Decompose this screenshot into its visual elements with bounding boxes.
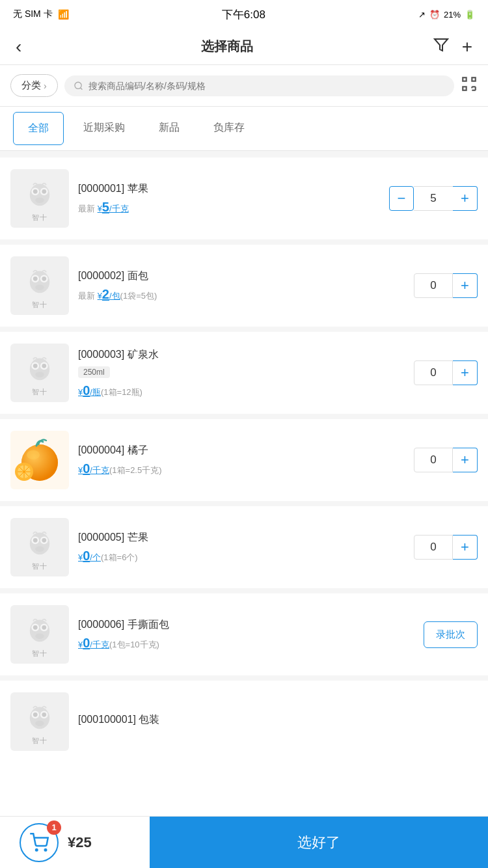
search-box[interactable] [64,75,454,96]
price-extra: (1包=10千克) [109,640,159,649]
nav-bar: ‹ 选择商品 + [0,29,488,65]
cart-button[interactable]: 1 [20,823,59,862]
price-amount: 0 [83,549,90,563]
svg-point-47 [42,625,46,629]
svg-point-40 [33,537,38,542]
svg-point-42 [35,546,44,551]
price-amount: 5 [102,200,109,214]
svg-point-15 [35,197,44,202]
quantity-input[interactable] [414,360,453,385]
svg-point-19 [33,276,38,280]
quantity-input[interactable] [414,186,453,211]
product-name: [0000004] 橘子 [78,444,405,457]
confirm-button[interactable]: 选好了 [150,817,488,869]
svg-point-1 [75,82,81,88]
search-icon [74,81,83,91]
price-unit: /个 [90,552,101,562]
price-amount: 0 [83,383,90,398]
product-item: 智十 [0000001] 苹果 最新 ¥5/千克 − + [0,157,488,245]
owl-placeholder-icon [22,524,57,559]
quantity-control: − + [389,186,478,211]
tab-all[interactable]: 全部 [13,112,64,145]
product-name: [0000002] 面包 [78,269,405,283]
quantity-input[interactable] [414,273,453,298]
tab-new[interactable]: 新品 [144,112,194,145]
search-input[interactable] [88,81,445,91]
brand-label: 智十 [32,213,47,223]
svg-point-21 [35,284,44,290]
filter-bar: 分类 › [0,65,488,107]
decrease-button[interactable]: − [389,186,414,211]
increase-button[interactable]: + [453,360,478,385]
product-name: [0000003] 矿泉水 [78,348,405,362]
alarm-icon: ⏰ [429,10,440,20]
filter-button[interactable] [433,37,449,57]
category-arrow-icon: › [44,81,47,91]
increase-button[interactable]: + [453,186,478,211]
battery-label: 21% [444,10,461,20]
svg-point-41 [42,537,46,542]
location-icon: ↗ [418,10,426,20]
price-extra: (1袋=5包) [120,291,157,301]
brand-label: 智十 [32,736,47,746]
scan-button[interactable] [461,75,478,96]
price-amount: 2 [102,287,109,301]
svg-point-56 [45,849,47,851]
tab-negative[interactable]: 负库存 [199,112,259,145]
tab-recent[interactable]: 近期采购 [69,112,139,145]
back-button[interactable]: ‹ [16,36,21,57]
bottom-bar: 1 ¥25 选好了 [0,816,488,868]
product-info: [0000002] 面包 最新 ¥2/包(1袋=5包) [78,269,405,302]
price-extra: (1箱=12瓶) [101,387,142,397]
product-info: [0000006] 手撕面包 ¥0/千克(1包=10千克) [78,618,414,651]
svg-marker-0 [435,39,448,51]
spec-tag: 250ml [78,366,110,378]
quantity-input[interactable] [414,448,453,472]
category-label: 分类 [21,79,41,92]
price-unit: /千克 [90,465,109,475]
price-extra: (1箱=6个) [101,552,138,562]
product-thumbnail: 智十 [10,605,69,664]
brand-label: 智十 [32,649,47,658]
price-yuan: ¥ [98,291,102,301]
increase-button[interactable]: + [453,535,478,560]
status-right: ↗ ⏰ 21% 🔋 [418,10,475,20]
product-item: 智十 [0000003] 矿泉水 250ml ¥0/瓶(1箱=12瓶) + [0,332,488,419]
orange-fruit-icon [14,434,66,486]
product-thumbnail [10,431,69,489]
carrier-label: 无 SIM 卡 [13,8,53,20]
brand-label: 智十 [32,300,47,310]
svg-point-13 [33,189,38,193]
svg-point-52 [33,712,38,716]
quantity-control: + [414,448,478,472]
scan-icon [461,75,478,92]
price-unit: /包 [109,291,120,301]
owl-placeholder-icon [22,262,57,297]
batch-button[interactable]: 录批次 [424,621,478,648]
product-item: 智十 [000100001] 包装 [0,681,488,816]
quantity-control: + [414,360,478,385]
product-price: 最新 ¥5/千克 [78,200,380,215]
svg-rect-3 [463,77,466,81]
increase-button[interactable]: + [453,448,478,472]
price-unit: /千克 [90,640,109,649]
product-info: [0000005] 芒果 ¥0/个(1箱=6个) [78,531,405,563]
product-thumbnail: 智十 [10,344,69,402]
product-name: [0000001] 苹果 [78,182,380,196]
quantity-input[interactable] [414,535,453,560]
increase-button[interactable]: + [453,273,478,298]
add-button[interactable]: + [462,36,472,57]
owl-placeholder-icon [22,349,57,385]
status-bar: 无 SIM 卡 📶 下午6:08 ↗ ⏰ 21% 🔋 [0,0,488,29]
product-price: ¥0/千克(1箱=2.5千克) [78,461,405,476]
svg-point-55 [36,849,38,851]
price-amount: 0 [83,461,90,476]
product-thumbnail: 智十 [10,169,69,228]
owl-placeholder-icon [22,611,57,646]
category-button[interactable]: 分类 › [10,74,58,97]
cart-badge: 1 [47,821,61,835]
owl-placeholder-icon [22,175,57,210]
product-price: ¥0/瓶(1箱=12瓶) [78,383,405,398]
svg-point-30 [27,450,40,459]
price-unit: /千克 [109,204,129,213]
